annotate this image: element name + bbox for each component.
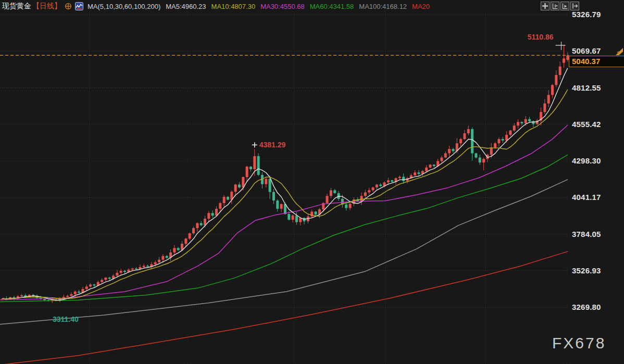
ma-legend-item[interactable]: MA20 xyxy=(412,3,430,10)
ma-legend-item[interactable]: MA10:4807.30 xyxy=(211,3,256,10)
last-price-tag: 5040.37 xyxy=(569,56,624,67)
price-tick-label: 4298.30 xyxy=(572,156,622,165)
kline-chart-icon[interactable] xyxy=(75,2,83,10)
low-price-label: 3311.40 xyxy=(53,315,79,323)
ma-line-MA60 xyxy=(0,155,568,302)
top-bar: 现货黄金 【日线】 MA(5,10,30,60,100,200) MA5:496… xyxy=(0,0,624,12)
add-indicator-icon[interactable] xyxy=(65,3,72,10)
toolbar xyxy=(541,2,580,10)
price-tick-label: 3526.93 xyxy=(572,266,622,275)
watermark: FX678 xyxy=(552,334,606,352)
ma-line-MA200 xyxy=(0,252,568,364)
ma-legend-item[interactable]: MA60:4341.58 xyxy=(310,3,354,10)
sub-indicator-icon[interactable] xyxy=(560,2,569,10)
price-tick-label: 4041.17 xyxy=(572,193,622,202)
ma-legend-item[interactable]: MA100:4168.12 xyxy=(359,3,407,10)
price-arrow-icon xyxy=(615,47,624,56)
price-tick-label: 4555.42 xyxy=(572,120,622,129)
pan-icon[interactable] xyxy=(541,2,550,10)
price-tick-label: 3269.80 xyxy=(572,303,622,311)
ma-legend: MA5:4960.23MA10:4807.30MA30:4550.68MA60:… xyxy=(160,3,430,10)
ma-group-label: MA(5,10,30,60,100,200) xyxy=(88,3,160,10)
price-tick-label: 3784.05 xyxy=(572,230,622,239)
ma-line-MA5 xyxy=(3,68,568,300)
candles xyxy=(2,45,569,303)
ma-legend-item[interactable]: MA30:4550.68 xyxy=(260,3,305,10)
chart-window: 现货黄金 【日线】 MA(5,10,30,60,100,200) MA5:496… xyxy=(0,0,624,364)
ma-line-MA10 xyxy=(3,90,568,299)
peak-price-label: 4381.29 xyxy=(259,141,286,149)
instrument-title: 现货黄金 xyxy=(2,2,31,11)
candlestick-chart[interactable] xyxy=(0,0,624,364)
last-price-value: 5040.37 xyxy=(572,57,600,66)
period-label: 【日线】 xyxy=(32,2,61,11)
ma-legend-item[interactable]: MA5:4960.23 xyxy=(166,3,206,10)
price-tick-label: 4812.55 xyxy=(572,83,622,92)
exit-icon[interactable] xyxy=(570,2,579,10)
high-price-label: 5110.86 xyxy=(510,33,554,41)
main-indicator-icon[interactable] xyxy=(551,2,559,10)
